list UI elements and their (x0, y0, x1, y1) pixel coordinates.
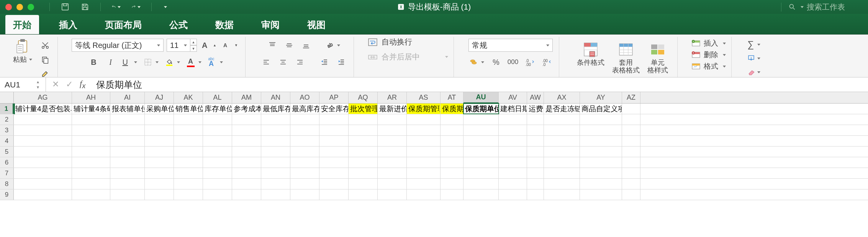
column-header-AS[interactable]: AS (407, 92, 441, 103)
cell-AP3[interactable] (319, 125, 349, 135)
cell-AL7[interactable] (203, 168, 232, 178)
cell-AM9[interactable] (232, 189, 261, 200)
cell-AR8[interactable] (378, 179, 407, 189)
cell-AJ7[interactable] (145, 168, 174, 178)
cell-AP7[interactable] (319, 168, 349, 178)
cell-AQ6[interactable] (349, 157, 378, 168)
cell-AO3[interactable] (290, 125, 319, 135)
cell-AV6[interactable] (499, 157, 527, 168)
close-window-button[interactable] (5, 4, 12, 10)
cancel-formula-button[interactable]: ✕ (52, 79, 59, 89)
cell-AM2[interactable] (232, 114, 261, 125)
column-header-AV[interactable]: AV (499, 92, 527, 103)
cell-AY7[interactable] (580, 168, 622, 178)
cell-AW7[interactable] (527, 168, 544, 178)
column-header-AR[interactable]: AR (378, 92, 407, 103)
cell-AU4[interactable] (463, 136, 499, 146)
cell-AT8[interactable] (441, 179, 463, 189)
cell-AJ5[interactable] (145, 146, 174, 157)
cell-AN6[interactable] (261, 157, 290, 168)
cell-AZ5[interactable] (622, 146, 640, 157)
phonetic-button[interactable]: abcA (206, 56, 225, 68)
cell-AQ4[interactable] (349, 136, 378, 146)
column-header-AX[interactable]: AX (544, 92, 580, 103)
cell-AR9[interactable] (378, 189, 407, 200)
tab-page-layout[interactable]: 页面布局 (97, 15, 149, 34)
cell-AK5[interactable] (174, 146, 203, 157)
row-header-7[interactable]: 7 (0, 168, 14, 178)
format-as-table-button[interactable]: 套用 表格格式 (608, 40, 644, 76)
cell-AH1[interactable]: 辅计量4条码 (72, 104, 110, 114)
align-top-button[interactable] (265, 39, 279, 51)
cell-AI3[interactable] (110, 125, 145, 135)
cell-AV1[interactable]: 建档日期 (499, 104, 527, 114)
cell-AI6[interactable] (110, 157, 145, 168)
row-header-3[interactable]: 3 (0, 125, 14, 135)
cell-AG4[interactable] (14, 136, 72, 146)
cell-AX9[interactable] (544, 189, 580, 200)
cell-AS9[interactable] (407, 189, 441, 200)
row-header-4[interactable]: 4 (0, 136, 14, 146)
increase-decimal-button[interactable]: .0.00 (523, 56, 537, 68)
delete-cells-button[interactable]: 删除 (691, 50, 726, 60)
undo-icon[interactable] (111, 2, 121, 12)
cell-AN9[interactable] (261, 189, 290, 200)
column-header-AH[interactable]: AH (72, 92, 110, 103)
cell-AU2[interactable] (463, 114, 499, 125)
cell-AZ7[interactable] (622, 168, 640, 178)
tab-home[interactable]: 开始 (5, 15, 39, 34)
row-header-8[interactable]: 8 (0, 179, 14, 189)
accounting-format-button[interactable] (468, 56, 486, 68)
cell-AP2[interactable] (319, 114, 349, 125)
cell-AX4[interactable] (544, 136, 580, 146)
cell-AN7[interactable] (261, 168, 290, 178)
border-button[interactable] (142, 56, 160, 68)
cell-AS3[interactable] (407, 125, 441, 135)
autosave-icon[interactable] (61, 2, 70, 12)
minimize-window-button[interactable] (16, 4, 23, 10)
cell-AL6[interactable] (203, 157, 232, 168)
cell-AM3[interactable] (232, 125, 261, 135)
cell-AM8[interactable] (232, 179, 261, 189)
align-middle-button[interactable] (282, 39, 296, 51)
cell-AL9[interactable] (203, 189, 232, 200)
insert-function-button[interactable]: fx (80, 79, 85, 90)
row-header-6[interactable]: 6 (0, 157, 14, 168)
cell-AN4[interactable] (261, 136, 290, 146)
column-header-AN[interactable]: AN (261, 92, 290, 103)
cell-AP1[interactable]: 安全库存 (319, 104, 349, 114)
cell-AZ1[interactable] (622, 104, 640, 114)
cell-AT2[interactable] (441, 114, 463, 125)
cell-AV2[interactable] (499, 114, 527, 125)
cell-AO7[interactable] (290, 168, 319, 178)
cell-AU5[interactable] (463, 146, 499, 157)
cell-AQ8[interactable] (349, 179, 378, 189)
column-header-AT[interactable]: AT (441, 92, 463, 103)
cell-AS8[interactable] (407, 179, 441, 189)
cell-AV3[interactable] (499, 125, 527, 135)
wrap-text-button[interactable]: 自动换行 (368, 37, 448, 47)
save-icon[interactable] (80, 2, 90, 12)
cell-AP4[interactable] (319, 136, 349, 146)
cell-AO1[interactable]: 最高库存 (290, 104, 319, 114)
cell-AH5[interactable] (72, 146, 110, 157)
cell-AR2[interactable] (378, 114, 407, 125)
cell-AX7[interactable] (544, 168, 580, 178)
clear-button[interactable] (745, 66, 762, 78)
search-dropdown-icon[interactable] (801, 6, 804, 8)
paste-button[interactable]: 粘贴 (9, 37, 36, 65)
cell-AY2[interactable] (580, 114, 622, 125)
tab-insert[interactable]: 插入 (51, 15, 85, 34)
cell-AI7[interactable] (110, 168, 145, 178)
increase-indent-button[interactable] (334, 56, 348, 68)
cell-AW4[interactable] (527, 136, 544, 146)
fill-button[interactable] (745, 52, 762, 64)
format-cells-button[interactable]: 格式 (691, 61, 726, 71)
cell-AG9[interactable] (14, 189, 72, 200)
cell-AZ4[interactable] (622, 136, 640, 146)
number-format-combo[interactable]: 常规 (468, 39, 553, 52)
bold-button[interactable]: B (87, 56, 101, 68)
cell-AI4[interactable] (110, 136, 145, 146)
cell-AT7[interactable] (441, 168, 463, 178)
cell-AU6[interactable] (463, 157, 499, 168)
